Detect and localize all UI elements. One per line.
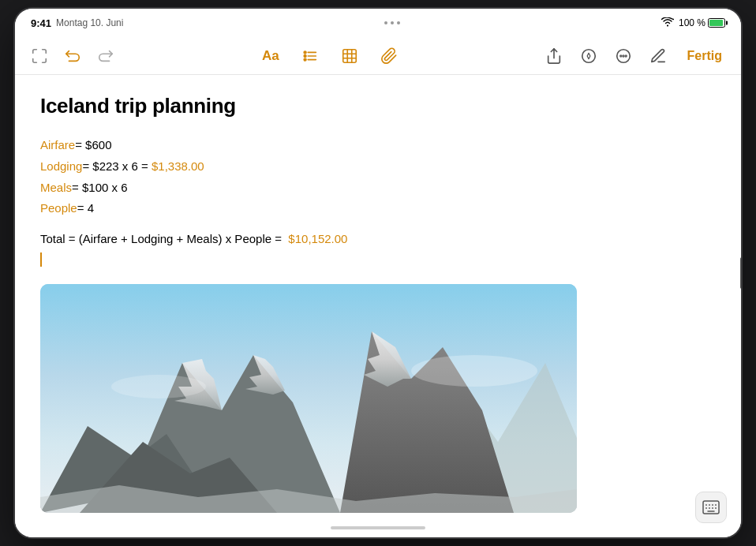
toolbar: Aa [15,37,741,75]
side-handle [740,257,741,289]
people-label: People [40,199,77,219]
battery-fill [709,20,723,26]
battery-text: 100 % [679,17,705,28]
status-dot-2 [391,21,394,24]
scroll-indicator [331,526,425,529]
mountain-image [40,284,577,513]
note-content: Iceland trip planning Airfare = $600 Lod… [15,75,741,537]
status-dot-3 [397,21,400,24]
share-icon [545,47,563,65]
svg-point-0 [304,51,306,54]
svg-point-12 [582,49,595,62]
toolbar-left [28,44,118,68]
people-value: = 4 [77,199,94,219]
lodging-value: = $223 x 6 = [82,157,148,177]
lodging-label: Lodging [40,157,82,177]
status-center [384,21,400,24]
status-right: 100 % [661,17,725,29]
share-button[interactable] [542,44,566,68]
more-icon [615,47,632,65]
edit-icon [649,47,667,65]
keyboard-button[interactable] [695,492,727,523]
wifi-icon [661,17,674,29]
table-button[interactable] [338,44,361,68]
font-button[interactable]: Aa [259,45,283,67]
toolbar-center: Aa [124,44,536,68]
pen-button[interactable] [577,44,601,68]
fertig-button[interactable]: Fertig [681,46,728,66]
more-button[interactable] [612,44,635,68]
svg-point-26 [411,355,537,387]
undo-button[interactable] [61,44,84,68]
edit-button[interactable] [646,44,670,68]
svg-point-4 [304,58,306,61]
svg-point-27 [111,375,206,398]
list-icon [301,47,319,65]
svg-point-2 [304,54,306,57]
shrink-icon [31,47,48,65]
meals-value: = $100 x 6 [72,178,127,198]
attach-icon [380,47,398,65]
meals-label: Meals [40,178,72,198]
mountain-svg [40,284,577,513]
svg-point-15 [623,55,624,57]
svg-point-16 [625,55,627,57]
redo-button[interactable] [94,44,118,68]
shrink-button[interactable] [28,44,51,68]
lodging-calculated: $1,338.00 [148,157,204,177]
note-line-people: People = 4 [40,199,716,219]
redo-icon [97,47,114,65]
svg-point-14 [619,55,621,57]
font-label: Aa [262,48,279,64]
total-calculated: $10,152.00 [285,232,347,245]
svg-rect-6 [342,49,356,62]
toolbar-right: Fertig [542,44,728,68]
note-body[interactable]: Airfare = $600 Lodging = $223 x 6 = $1,3… [40,136,716,281]
text-cursor [40,251,716,281]
pen-icon [580,47,597,65]
status-time: 9:41 [31,17,51,29]
attach-button[interactable] [377,44,401,68]
status-date: Montag 10. Juni [56,17,123,28]
ipad-frame: 9:41 Montag 10. Juni 100 % [15,9,741,537]
note-line-lodging: Lodging = $223 x 6 = $1,338.00 [40,157,716,177]
note-line-total: Total = (Airfare + Lodging + Meals) x Pe… [40,230,716,249]
battery-icon [708,18,725,28]
list-button[interactable] [298,44,322,68]
total-formula: Total = (Airfare + Lodging + Meals) x Pe… [40,232,282,245]
keyboard-icon [702,500,720,514]
note-line-meals: Meals = $100 x 6 [40,178,716,198]
status-bar: 9:41 Montag 10. Juni 100 % [15,9,741,37]
airfare-label: Airfare [40,136,75,155]
battery-container: 100 % [679,17,725,28]
table-icon [341,47,358,65]
airfare-value: = $600 [75,136,111,155]
status-dot-1 [384,21,387,24]
undo-icon [64,47,81,65]
note-title: Iceland trip planning [40,94,716,118]
note-line-airfare: Airfare = $600 [40,136,716,155]
